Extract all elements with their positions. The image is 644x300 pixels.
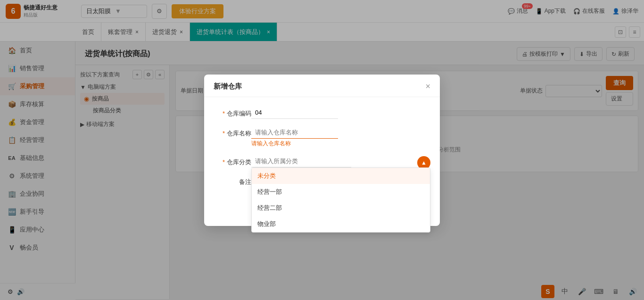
category-input[interactable] [251, 155, 351, 167]
category-label: *仓库分类 [214, 155, 251, 167]
code-input[interactable] [251, 107, 338, 119]
category-form-row: *仓库分类 ▲ 未分类 经营一部 经营二部 物业部 [214, 155, 430, 167]
dialog-header: 新增仓库 × [204, 75, 440, 97]
name-error-message: 请输入仓库名称 [251, 140, 291, 147]
name-input-row: *仓库名称 [214, 126, 338, 139]
new-warehouse-dialog: 新增仓库 × *仓库编码 *仓库名称 [204, 75, 440, 226]
name-form-row: *仓库名称 请输入仓库名称 [214, 126, 430, 148]
name-error-row: 请输入仓库名称 [251, 140, 291, 148]
dialog-body: *仓库编码 *仓库名称 请输入仓库名称 [204, 97, 440, 200]
dropdown-item-3[interactable]: 物业部 [252, 216, 430, 232]
code-form-row: *仓库编码 [214, 107, 430, 119]
name-input[interactable] [251, 126, 338, 139]
dialog-close-button[interactable]: × [425, 82, 430, 91]
note-label: 备注 [214, 175, 251, 186]
category-dropdown-list: 未分类 经营一部 经营二部 物业部 [251, 167, 430, 233]
code-input-wrapper [251, 107, 430, 119]
dialog-title: 新增仓库 [214, 82, 242, 91]
code-label: *仓库编码 [214, 107, 251, 118]
dropdown-item-2[interactable]: 经营二部 [252, 200, 430, 216]
name-label: *仓库名称 [214, 126, 251, 138]
dialog-overlay: 新增仓库 × *仓库编码 *仓库名称 [0, 0, 644, 300]
name-input-wrapper [251, 126, 338, 139]
dropdown-item-0[interactable]: 未分类 [252, 168, 430, 184]
dropdown-item-1[interactable]: 经营一部 [252, 184, 430, 200]
chevron-up-icon: ▲ [421, 159, 427, 166]
category-input-wrapper: ▲ 未分类 经营一部 经营二部 物业部 [251, 155, 430, 167]
